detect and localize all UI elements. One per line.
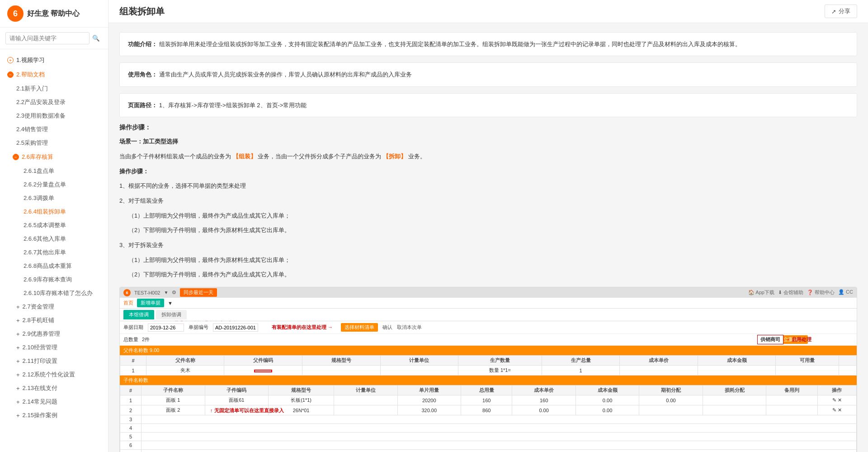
sidebar-item-customization[interactable]: + 2.12系统个性化设置 (0, 368, 108, 381)
annotation-bom: 有装配清单的在这里处理 → (272, 324, 333, 331)
sidebar: 6 好生意 帮助中心 🔍 + 1.视频学习 − 2.帮助文档 2.1新手入门 2… (0, 0, 108, 452)
expand-icon-ops: + (16, 344, 20, 351)
ss-tab-bar: 本馆借调 拆卸借调 ↑ 组装业务、拆卸业务在这里切换 (120, 309, 857, 321)
table-row: 6 (120, 441, 857, 450)
sidebar-item-print[interactable]: + 2.11打印设置 (0, 354, 108, 368)
sidebar-item-transfer[interactable]: 2.6.3调拨单 (0, 191, 108, 205)
sidebar-item-inventory[interactable]: − 2.6库存核算 (0, 150, 108, 164)
step3-1: （1）上部明细为父件明细，最终作为原材料生成其它出库单； (119, 255, 857, 266)
sidebar-item-data-prep[interactable]: 2.3使用前数据准备 (0, 109, 108, 123)
sidebar-item-faq[interactable]: + 2.14常见问题 (0, 395, 108, 409)
page-title: 组装拆卸单 (119, 5, 165, 18)
ss-nav-more[interactable]: ▼ (168, 300, 173, 306)
ss-sync-btn[interactable]: 同步最近一天 (180, 288, 217, 297)
collapse-icon-inventory: − (13, 154, 19, 160)
expand-icon-finance: + (16, 304, 20, 310)
ss-nav-home[interactable]: 首页 (123, 300, 133, 306)
ss-nav-new[interactable]: 新增单据 (137, 299, 164, 307)
step3-2: （2）下部明细为子件明细，最终作为产成品生成其它入库单。 (119, 269, 857, 281)
ops-section: 操作步骤： 场景一：加工类型选择 当由多个子件材料组装成一个成品的业务为 【组装… (119, 124, 857, 452)
ops-steps-label: 操作步骤： (119, 166, 857, 177)
logo-icon: 6 (7, 5, 24, 22)
expand-icon-pay: + (16, 385, 20, 392)
scene1-desc: 当由多个子件材料组装成一个成品的业务为 【组装】 业务，当由一个父件拆分成多个子… (119, 151, 857, 162)
scene1-title: 场景一：加工类型选择 (119, 136, 857, 147)
expand-icon-mobile: + (16, 317, 20, 324)
ss-top-table: # 父件名称 父件编码 规格型号 计量单位 生产数量 生产总量 成本单价 成本金… (120, 355, 857, 376)
ss-date-input[interactable] (148, 324, 184, 332)
sidebar-item-assembly[interactable]: 2.6.4组装拆卸单 (0, 205, 108, 219)
sidebar-item-docs[interactable]: − 2.帮助文档 (0, 67, 108, 82)
ss-tab-assembly[interactable]: 本馆借调 (123, 310, 154, 319)
ss-nav-bar: 首页 新增单据 ▼ (120, 298, 857, 309)
annotation-enable: 供销商司 → 启用处理 (757, 335, 811, 344)
search-button[interactable]: 🔍 (90, 33, 103, 43)
logo-text: 好生意 帮助中心 (27, 9, 80, 19)
sidebar-item-mobile[interactable]: + 2.8手机旺铺 (0, 314, 108, 327)
table-row: 5 (120, 433, 857, 441)
sidebar-item-install[interactable]: 2.2产品安装及登录 (0, 95, 108, 109)
screenshot-sim: 6 TEST-H002 ▼ ⚙ 同步最近一天 🏠 App下载 ⬇ 会馆辅助 ❓ … (120, 287, 857, 452)
sidebar-item-other-in[interactable]: 2.6.6其他入库单 (0, 232, 108, 246)
table-row: 1 面板 1 面板61 长板(1*1) 20200 160 160 0.00 (120, 395, 857, 405)
table-row: 7 (120, 450, 857, 452)
path-box: 页面路径： 1、库存核算->库存管理->组装拆卸单 2、首页->常用功能 (119, 93, 857, 117)
ss-logo: 6 (123, 289, 131, 296)
ss-topbar-id: TEST-H002 (134, 290, 160, 295)
sidebar-item-ops[interactable]: + 2.10经营管理 (0, 341, 108, 354)
sidebar-item-inv-ledger[interactable]: 2.6.9库存账本查询 (0, 273, 108, 286)
ss-bottom-table: # 子件名称 子件编码 规格型号 计量单位 单片用量 总用量 成本单价 成本金额 (120, 385, 857, 452)
expand-icon-faq: + (16, 399, 20, 405)
table-row: 1 夹木 数量 1*1= 1 (120, 366, 857, 376)
ss-bottom-header: # 子件名称 子件编码 规格型号 计量单位 单片用量 总用量 成本单价 成本金额 (120, 385, 857, 395)
role-text: 通常由生产人员或库管人员完成拆装业务的操作，库管人员确认原材料的出库和产成品的入… (159, 71, 412, 78)
step2-2: （2）下部明细为子件明细，最终作为原材料生成其它出库单。 (119, 225, 857, 236)
sidebar-item-label: 2.6库存核算 (22, 153, 53, 161)
sidebar-item-cost-recalc[interactable]: 2.6.8商品成本重算 (0, 259, 108, 273)
ss-bottom-section-wrapper: 子件名称数 # 子件名称 子件编码 规格型号 计量单位 (120, 376, 857, 452)
expand-icon: + (7, 57, 14, 63)
ops-title: 操作步骤： (119, 124, 857, 132)
role-box: 使用角色： 通常由生产人员或库管人员完成拆装业务的操作，库管人员确认原材料的出库… (119, 62, 857, 86)
ss-select-bom-btn[interactable]: 选择材料清单 (341, 323, 378, 332)
sidebar-item-videos[interactable]: + 1.视频学习 (0, 53, 108, 67)
role-label: 使用角色： (128, 71, 157, 78)
nav-category-videos: + 1.视频学习 (0, 53, 108, 67)
ss-top-section-bar: 父件名称数 9.00 (120, 346, 857, 355)
sidebar-item-label: 1.视频学习 (16, 56, 45, 64)
sidebar-item-payment[interactable]: + 2.13在线支付 (0, 381, 108, 395)
ss-bottom-section-bar: 子件名称数 (120, 376, 857, 385)
sidebar-item-inv-fix[interactable]: 2.6.10库存账本错了怎么办 (0, 286, 108, 300)
sidebar-item-label: 2.帮助文档 (16, 71, 45, 79)
ss-form-row: 单据日期 单据编号 有装配清单的在这里处理 → 选择材料清单 确认 取消本次单 (120, 321, 857, 334)
share-button[interactable]: ➚ 分享 (825, 5, 857, 18)
ss-supplier-input[interactable]: 供销商司 (757, 335, 783, 344)
sidebar-item-partial-stock[interactable]: 2.6.2分量盘点单 (0, 178, 108, 191)
content-area: 功能介绍： 组装拆卸单用来处理企业组装或拆卸等加工业务，支持有固定装配清单的产品… (108, 23, 868, 452)
func-intro-label: 功能介绍： (128, 41, 157, 48)
sidebar-item-stocktake[interactable]: 2.6.1盘点单 (0, 164, 108, 178)
sidebar-item-finance[interactable]: + 2.7资金管理 (0, 300, 108, 314)
sidebar-item-coupon[interactable]: + 2.9优惠券管理 (0, 327, 108, 341)
search-input[interactable] (5, 32, 90, 44)
path-text: 1、库存核算->库存管理->组装拆卸单 2、首页->常用功能 (159, 102, 307, 109)
sidebar-item-cases[interactable]: + 2.15操作案例 (0, 409, 108, 422)
annotation-manual-entry: ↑ 无固定清单可以在这里直接录入 (210, 407, 284, 414)
path-label: 页面路径： (128, 102, 157, 109)
ss-num-input[interactable] (213, 324, 258, 332)
logo-area: 6 好生意 帮助中心 (0, 0, 108, 28)
expand-icon-coupon: + (16, 331, 20, 338)
ss-tab-disassembly[interactable]: 拆卸借调 (156, 310, 187, 319)
sidebar-item-purchase[interactable]: 2.5采购管理 (0, 136, 108, 150)
sidebar-item-sales[interactable]: 2.4销售管理 (0, 123, 108, 136)
ss-qty-row: 总数量 2件 供销商司 → 启用处理 立案确定 (120, 334, 857, 346)
topbar: 组装拆卸单 ➚ 分享 (108, 0, 868, 23)
func-intro-box: 功能介绍： 组装拆卸单用来处理企业组装或拆卸等加工业务，支持有固定装配清单的产品… (119, 32, 857, 56)
expand-icon-cases: + (16, 412, 20, 419)
search-icon: 🔍 (92, 35, 100, 42)
main-content: 组装拆卸单 ➚ 分享 功能介绍： 组装拆卸单用来处理企业组装或拆卸等加工业务，支… (108, 0, 868, 452)
nav-category-docs: − 2.帮助文档 2.1新手入门 2.2产品安装及登录 2.3使用前数据准备 2… (0, 67, 108, 422)
sidebar-item-cost-adj[interactable]: 2.6.5成本调整单 (0, 219, 108, 232)
sidebar-item-new-users[interactable]: 2.1新手入门 (0, 82, 108, 95)
sidebar-item-other-out[interactable]: 2.6.7其他出库单 (0, 246, 108, 259)
